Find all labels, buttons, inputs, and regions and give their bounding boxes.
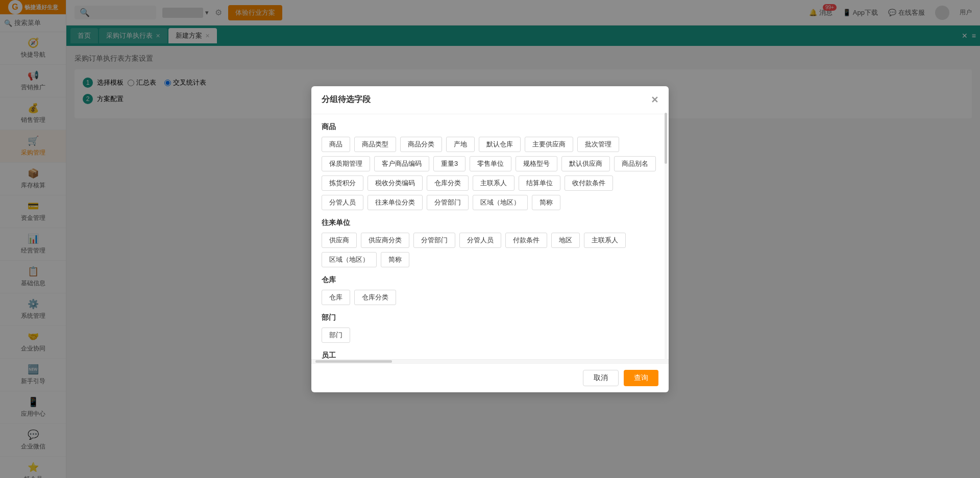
field-tag[interactable]: 结算单位 [519,175,560,191]
field-tag[interactable]: 分管部门 [427,195,469,210]
field-tag[interactable]: 规格型号 [516,156,557,171]
field-tag[interactable]: 区域（地区） [322,252,377,267]
section-employee: 员工 业务员 [322,351,658,359]
field-tag[interactable]: 付款条件 [505,233,547,248]
field-tag[interactable]: 区域（地区） [473,195,528,210]
field-tag[interactable]: 重量3 [433,156,465,171]
field-tag[interactable]: 供应商 [322,233,357,248]
field-tag[interactable]: 主联系人 [473,175,514,191]
field-tag[interactable]: 主要供应商 [525,137,573,152]
field-tag[interactable]: 批次管理 [577,137,619,152]
modal-title: 分组待选字段 [322,94,371,105]
field-tag[interactable]: 拣货积分 [322,175,363,191]
field-tag[interactable]: 分管人员 [322,195,363,210]
field-tag[interactable]: 仓库 [322,290,350,305]
section-employee-title: 员工 [322,351,658,359]
field-tag[interactable]: 零售单位 [470,156,511,171]
modal-hscrollbar-thumb [315,360,392,363]
field-tag[interactable]: 简称 [381,252,409,267]
section-partner: 往来单位 供应商 供应商分类 分管部门 分管人员 付款条件 地区 主联系人 区域… [322,218,658,267]
partner-fields: 供应商 供应商分类 分管部门 分管人员 付款条件 地区 主联系人 区域（地区） … [322,233,658,267]
field-tag[interactable]: 主联系人 [584,233,626,248]
modal: 分组待选字段 ✕ 商品 商品 商品类型 商品分类 产地 默认仓库 主要供应商 批… [311,86,669,392]
field-tag[interactable]: 往来单位分类 [368,195,423,210]
product-fields: 商品 商品类型 商品分类 产地 默认仓库 主要供应商 批次管理 保质期管理 客户… [322,137,658,210]
warehouse-fields: 仓库 仓库分类 [322,290,658,305]
section-warehouse-title: 仓库 [322,275,658,285]
section-department: 部门 部门 [322,313,658,343]
field-tag[interactable]: 分管部门 [413,233,455,248]
cancel-button[interactable]: 取消 [583,370,619,386]
field-tag[interactable]: 商品分类 [400,137,442,152]
field-tag[interactable]: 供应商分类 [361,233,409,248]
section-partner-title: 往来单位 [322,218,658,228]
field-tag[interactable]: 部门 [322,328,350,343]
section-warehouse: 仓库 仓库 仓库分类 [322,275,658,305]
field-tag[interactable]: 仓库分类 [354,290,396,305]
field-tag[interactable]: 税收分类编码 [368,175,423,191]
modal-hscrollbar[interactable] [311,359,669,363]
field-tag[interactable]: 地区 [551,233,580,248]
modal-close-icon[interactable]: ✕ [651,94,658,106]
section-product-title: 商品 [322,122,658,132]
department-fields: 部门 [322,328,658,343]
field-tag[interactable]: 商品 [322,137,350,152]
modal-vscrollbar-thumb [665,113,667,164]
section-department-title: 部门 [322,313,658,322]
modal-footer: 取消 查询 [311,363,669,392]
modal-body: 商品 商品 商品类型 商品分类 产地 默认仓库 主要供应商 批次管理 保质期管理… [311,114,669,359]
modal-header: 分组待选字段 ✕ [311,86,669,114]
section-product: 商品 商品 商品类型 商品分类 产地 默认仓库 主要供应商 批次管理 保质期管理… [322,122,658,210]
field-tag[interactable]: 仓库分类 [427,175,469,191]
field-tag[interactable]: 商品别名 [614,156,656,171]
field-tag[interactable]: 客户商品编码 [374,156,429,171]
field-tag[interactable]: 简称 [532,195,560,210]
confirm-button[interactable]: 查询 [624,370,658,386]
field-tag[interactable]: 默认仓库 [479,137,521,152]
field-tag[interactable]: 产地 [446,137,475,152]
field-tag[interactable]: 默认供应商 [561,156,610,171]
field-tag[interactable]: 收付款条件 [565,175,613,191]
field-tag[interactable]: 分管人员 [459,233,501,248]
field-tag[interactable]: 保质期管理 [322,156,370,171]
modal-overlay[interactable]: 分组待选字段 ✕ 商品 商品 商品类型 商品分类 产地 默认仓库 主要供应商 批… [0,0,980,478]
field-tag[interactable]: 商品类型 [354,137,396,152]
modal-vscrollbar[interactable] [664,113,668,362]
